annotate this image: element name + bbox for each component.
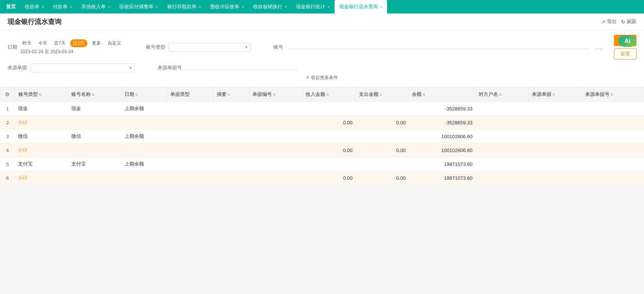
close-icon[interactable]: ×	[380, 4, 383, 9]
filter-row-1: 日期 昨天 今天 近7天 近1月 更多 自定义 2023-02-24 至 202…	[8, 35, 636, 60]
table-body: 1 现金 现金 上期余额 -3528659.33 2 小计 0.00 0.00 …	[0, 102, 644, 185]
source-doc-filter: 来源单据 ▾	[8, 63, 135, 72]
account-type-filter: 账号类型 ▾	[146, 43, 251, 52]
nav-advance-receipt[interactable]: 预收冲应收单 ×	[206, 0, 248, 13]
nav-cash-bank-stat[interactable]: 现金银行统计 ×	[291, 0, 334, 13]
page-title: 现金银行流水查询	[8, 17, 62, 26]
date-btn-yesterday[interactable]: 昨天	[20, 39, 34, 47]
source-doc-label: 来源单据	[8, 64, 27, 71]
cell-seq: 1	[0, 102, 15, 116]
page-header: 现金银行流水查询 ↗ 导出 ↻ 刷新	[0, 13, 644, 30]
refresh-icon: ↻	[621, 19, 625, 25]
date-btn-custom[interactable]: 自定义	[105, 39, 123, 47]
close-icon[interactable]: ×	[285, 4, 287, 9]
col-source-doc[interactable]: 来源单据⇅	[529, 87, 582, 102]
refresh-button[interactable]: ↻ 刷新	[621, 18, 636, 25]
chevron-down-icon: ▾	[245, 45, 248, 50]
cell-income	[302, 157, 356, 171]
gear-icon[interactable]: ⚙	[5, 91, 10, 97]
cell-account-type: 支付宝	[15, 157, 68, 171]
close-icon[interactable]: ×	[242, 4, 244, 9]
cell-expense	[356, 102, 409, 116]
cell-seq: 6	[0, 171, 15, 185]
nav-other-income[interactable]: 其他收入单 ×	[77, 0, 115, 13]
col-date[interactable]: 日期⇅	[122, 87, 167, 102]
cell-counterpart	[476, 130, 529, 143]
nav-cash-flow-query[interactable]: 现金银行流水查询 ×	[335, 0, 387, 13]
close-icon[interactable]: ×	[156, 4, 158, 9]
col-account-type[interactable]: 账号类型⇅	[15, 87, 68, 102]
cell-seq: 5	[0, 157, 15, 171]
sort-icon: ⇅	[326, 93, 329, 97]
col-account-name[interactable]: 账号名称⇅	[68, 87, 122, 102]
settings-button[interactable]: 设置	[614, 48, 636, 60]
nav-payment[interactable]: 付款单 ×	[48, 0, 77, 13]
cell-doc-no	[249, 130, 303, 143]
cell-summary	[213, 102, 249, 116]
close-icon[interactable]: ×	[108, 4, 110, 9]
nav-ar-ap-adjust[interactable]: 应收应付调整单 ×	[115, 0, 162, 13]
account-ellipsis-btn[interactable]: ...	[596, 44, 603, 51]
cell-doc-no	[249, 171, 303, 185]
export-icon: ↗	[601, 19, 605, 25]
cell-doc-no	[249, 116, 303, 130]
cell-doc-type	[167, 116, 214, 130]
cell-summary	[213, 143, 249, 157]
data-table-container: ⚙ 账号类型⇅ 账号名称⇅ 日期⇅ 单据类型 摘要⇅ 单据编号⇅	[0, 87, 644, 185]
close-icon[interactable]: ×	[327, 4, 330, 9]
nav-receipt[interactable]: 收款单 ×	[20, 0, 48, 13]
date-btn-7days[interactable]: 近7天	[52, 39, 68, 47]
cell-source-doc-no	[582, 157, 644, 171]
date-btn-more[interactable]: 更多	[90, 39, 103, 47]
nav-home[interactable]: 首页	[2, 0, 20, 13]
sort-icon: ⇅	[379, 93, 382, 97]
col-summary[interactable]: 摘要⇅	[213, 87, 249, 102]
source-doc-no-filter: 来源单据号	[158, 64, 297, 71]
close-icon[interactable]: ×	[42, 4, 44, 9]
close-icon[interactable]: ×	[70, 4, 72, 9]
source-doc-select[interactable]: ▾	[30, 63, 135, 72]
table-row: 6 小计 0.00 0.00 19871073.60	[0, 171, 644, 185]
cell-summary	[213, 130, 249, 143]
col-doc-no[interactable]: 单据编号⇅	[249, 87, 303, 102]
cell-source-doc	[529, 143, 582, 157]
date-btn-1month[interactable]: 近1月	[70, 39, 88, 47]
cell-doc-no	[249, 143, 303, 157]
date-range-display: 2023-02-24 至 2023-03-24	[20, 49, 123, 55]
nav-bank-deposit[interactable]: 银行存取款单 ×	[163, 0, 206, 13]
sort-icon: ⇅	[552, 93, 555, 97]
account-type-select[interactable]: ▾	[168, 43, 251, 52]
col-income[interactable]: 收入金额⇅	[302, 87, 356, 102]
export-button[interactable]: ↗ 导出	[601, 18, 617, 25]
cell-counterpart	[476, 171, 529, 185]
date-btn-today[interactable]: 今天	[36, 39, 50, 47]
source-doc-no-input[interactable]	[185, 66, 297, 70]
cell-summary	[213, 171, 249, 185]
table-header-row: ⚙ 账号类型⇅ 账号名称⇅ 日期⇅ 单据类型 摘要⇅ 单据编号⇅	[0, 87, 644, 102]
account-type-label: 账号类型	[146, 44, 165, 51]
ai-badge[interactable]: Ai	[618, 36, 636, 47]
close-icon[interactable]: ×	[199, 4, 201, 9]
collapse-more-conditions[interactable]: ∧ 收起更多条件	[8, 72, 636, 82]
nav-receipt-verify[interactable]: 收款核销执行 ×	[249, 0, 291, 13]
cell-account-name: 微信	[68, 130, 122, 143]
cell-counterpart	[476, 102, 529, 116]
cell-doc-type	[167, 171, 214, 185]
cell-date: 上期余额	[122, 130, 167, 143]
col-balance[interactable]: 余额⇅	[409, 87, 476, 102]
cell-doc-no	[249, 102, 303, 116]
col-source-doc-no[interactable]: 来源单据号⇅	[582, 87, 644, 102]
cell-balance: 100102606.60	[409, 143, 476, 157]
cell-source-doc	[529, 157, 582, 171]
top-navigation: 首页 收款单 × 付款单 × 其他收入单 × 应收应付调整单 × 银行存取款单 …	[0, 0, 644, 13]
table-row: 1 现金 现金 上期余额 -3528659.33	[0, 102, 644, 116]
col-expense[interactable]: 支出金额⇅	[356, 87, 409, 102]
cell-source-doc-no	[582, 130, 644, 143]
cell-date: 上期余额	[122, 157, 167, 171]
sort-icon: ⇅	[92, 93, 95, 97]
col-counterpart[interactable]: 对方户名⇅	[476, 87, 529, 102]
source-doc-no-label: 来源单据号	[158, 64, 182, 71]
cell-source-doc	[529, 102, 582, 116]
header-actions: ↗ 导出 ↻ 刷新	[601, 18, 636, 25]
cell-balance: 19871073.60	[409, 157, 476, 171]
